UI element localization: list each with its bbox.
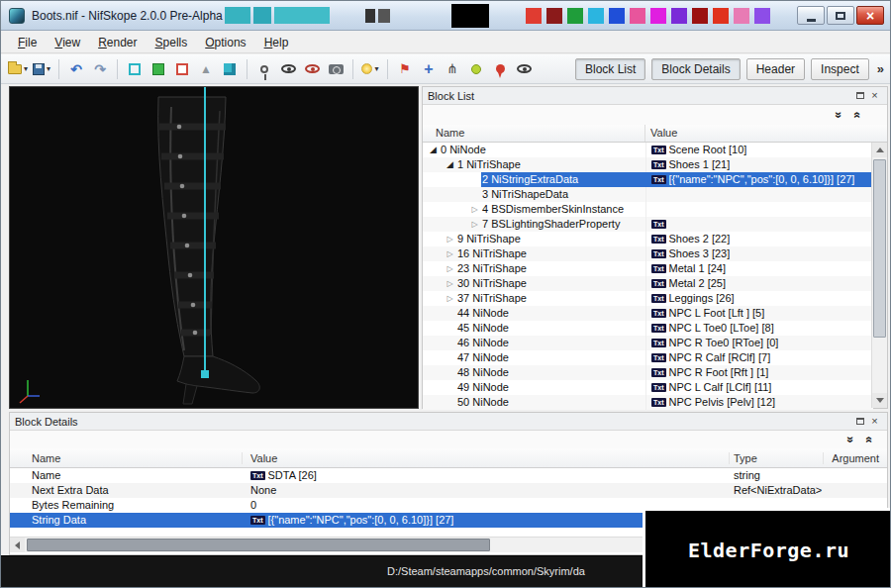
- toggle-block-details-button[interactable]: Block Details: [651, 58, 740, 80]
- show-normals-button[interactable]: ▲: [195, 57, 217, 81]
- row-value: NPC R Toe0 [RToe] [0]: [669, 336, 779, 350]
- detail-row[interactable]: Name TxtSDTA [26] string: [10, 468, 887, 483]
- redo-button[interactable]: ↷: [89, 57, 111, 81]
- lighting-button[interactable]: ▾: [359, 57, 381, 81]
- menu-file[interactable]: File: [9, 32, 46, 52]
- menu-spells[interactable]: Spells: [147, 32, 197, 52]
- column-header-name[interactable]: Name: [423, 125, 645, 142]
- vertices-icon: [129, 63, 141, 75]
- show-textures-button[interactable]: [171, 57, 193, 81]
- toggle-block-list-button[interactable]: Block List: [575, 58, 645, 80]
- eye-red-icon: [305, 64, 320, 73]
- screenshot-button[interactable]: [325, 57, 346, 81]
- scrollbar-thumb[interactable]: [873, 159, 886, 338]
- tree-row[interactable]: ▷23 NiTriShape TxtMetal 1 [24]: [423, 261, 873, 276]
- menu-view[interactable]: View: [46, 32, 89, 52]
- show-triangles-button[interactable]: [148, 57, 169, 81]
- tree-row[interactable]: 3 NiTriShapeData: [423, 187, 873, 202]
- block-list-titlebar[interactable]: Block List ×: [423, 87, 887, 105]
- tree-row[interactable]: 47 NiNode TxtNPC R Calf [RClf] [7]: [423, 350, 873, 365]
- tree-row[interactable]: 45 NiNode TxtNPC L Toe0 [LToe] [8]: [423, 321, 873, 336]
- tree-row[interactable]: 50 NiNode TxtNPC Pelvis [Pelv] [12]: [423, 395, 873, 410]
- column-header-value[interactable]: Value: [645, 125, 887, 142]
- scroll-down-button[interactable]: [872, 393, 887, 408]
- scroll-up-button[interactable]: [872, 143, 887, 157]
- show-markers-button[interactable]: [301, 57, 323, 81]
- column-header-name[interactable]: Name: [10, 452, 243, 464]
- menu-options[interactable]: Options: [196, 32, 254, 52]
- collapse-all-button[interactable]: »: [843, 437, 857, 443]
- tree-row[interactable]: ▷30 NiTriShape TxtMetal 2 [25]: [423, 276, 873, 291]
- detail-row[interactable]: Next Extra Data None Ref<NiExtraData>: [10, 483, 887, 498]
- show-meshes-button[interactable]: [219, 57, 241, 81]
- dock-close-button[interactable]: ×: [867, 89, 882, 103]
- expand-branch-icon[interactable]: ▷: [444, 261, 456, 276]
- scrollbar-thumb[interactable]: [27, 539, 490, 551]
- viewport-3d[interactable]: [9, 86, 419, 409]
- tree-row[interactable]: 49 NiNode TxtNPC L Calf [LClf] [11]: [423, 380, 873, 395]
- scroll-left-button[interactable]: [10, 538, 25, 552]
- pin-marker-button[interactable]: [489, 57, 511, 81]
- block-list-column-header[interactable]: Name Value: [423, 125, 887, 143]
- expand-branch-icon[interactable]: ▷: [468, 217, 481, 232]
- row-value: Leggings [26]: [669, 291, 735, 306]
- tree-row[interactable]: ◢1 NiTriShape TxtShoes 1 [21]: [423, 157, 873, 172]
- field-name: Next Extra Data: [10, 483, 243, 498]
- status-light-button[interactable]: [465, 57, 487, 81]
- block-details-column-header[interactable]: Name Value Type Argument: [10, 448, 887, 468]
- tree-row-selected[interactable]: 2 NiStringExtraData Txt[{"name":"NPC","p…: [423, 172, 873, 187]
- toolbar-overflow-chevron[interactable]: »: [877, 61, 884, 76]
- column-header-argument[interactable]: Argument: [824, 452, 887, 464]
- column-header-type[interactable]: Type: [730, 452, 824, 464]
- dock-float-button[interactable]: [852, 415, 867, 429]
- toggle-inspect-button[interactable]: Inspect: [811, 58, 869, 80]
- block-list-scrollbar[interactable]: [871, 143, 887, 408]
- column-header-value[interactable]: Value: [243, 452, 730, 464]
- expand-branch-icon[interactable]: ▷: [444, 276, 456, 291]
- show-axes-button[interactable]: +: [418, 57, 440, 81]
- expand-branch-icon[interactable]: ▷: [444, 232, 456, 246]
- visibility-button[interactable]: [513, 57, 535, 81]
- dropdown-caret-icon: ▾: [47, 64, 50, 73]
- row-value: Scene Root [10]: [669, 143, 747, 157]
- row-label: 45 NiNode: [456, 321, 645, 336]
- expand-all-button[interactable]: «: [851, 112, 865, 119]
- expand-branch-icon[interactable]: ▷: [444, 246, 456, 261]
- tree-row[interactable]: ◢0 NiNode TxtScene Root [10]: [423, 143, 873, 157]
- titlebar-artifact: [253, 7, 271, 24]
- close-button[interactable]: ×: [856, 6, 884, 25]
- tree-row[interactable]: 48 NiNode TxtNPC R Foot [Rft ] [1]: [423, 365, 873, 380]
- collapse-all-button[interactable]: »: [832, 112, 845, 119]
- tree-row[interactable]: 44 NiNode TxtNPC L Foot [Lft ] [5]: [423, 306, 873, 321]
- hierarchy-button[interactable]: ⋔: [442, 57, 463, 81]
- show-hidden-button[interactable]: [277, 57, 299, 81]
- dock-float-button[interactable]: [852, 89, 867, 103]
- collapse-branch-icon[interactable]: ◢: [427, 143, 440, 157]
- titlebar[interactable]: Boots.nif - NifSkope 2.0.0 Pre-Alpha 2 ×: [1, 1, 890, 31]
- expand-all-button[interactable]: «: [863, 437, 877, 443]
- show-nodes-button[interactable]: [253, 57, 275, 81]
- expand-branch-icon[interactable]: ▷: [468, 202, 481, 217]
- undo-button[interactable]: ↶: [65, 57, 87, 81]
- paint-mode-button[interactable]: ⚑: [394, 57, 416, 81]
- tree-row[interactable]: ▷7 BSLightingShaderProperty Txt: [423, 217, 873, 232]
- tree-row[interactable]: 46 NiNode TxtNPC R Toe0 [RToe] [0]: [423, 336, 873, 350]
- field-value: SDTA [26]: [268, 468, 317, 483]
- maximize-button[interactable]: [827, 6, 854, 25]
- tree-row[interactable]: ▷4 BSDismemberSkinInstance: [423, 202, 873, 217]
- tree-row[interactable]: ▷37 NiTriShape TxtLeggings [26]: [423, 291, 873, 306]
- block-details-titlebar[interactable]: Block Details ×: [10, 413, 887, 431]
- dock-close-button[interactable]: ×: [867, 415, 882, 429]
- expand-branch-icon[interactable]: ▷: [444, 291, 456, 306]
- collapse-branch-icon[interactable]: ◢: [444, 157, 456, 172]
- tree-row[interactable]: ▷9 NiTriShape TxtShoes 2 [22]: [423, 232, 873, 246]
- save-file-button[interactable]: ▾: [31, 57, 52, 81]
- menu-help[interactable]: Help: [255, 32, 298, 52]
- toggle-header-button[interactable]: Header: [746, 58, 805, 80]
- open-file-button[interactable]: ▾: [7, 57, 29, 81]
- row-value: NPC L Toe0 [LToe] [8]: [669, 321, 774, 336]
- minimize-button[interactable]: [797, 6, 825, 25]
- tree-row[interactable]: ▷16 NiTriShape TxtShoes 3 [23]: [423, 246, 873, 261]
- show-vertices-button[interactable]: [124, 57, 146, 81]
- menu-render[interactable]: Render: [89, 32, 146, 52]
